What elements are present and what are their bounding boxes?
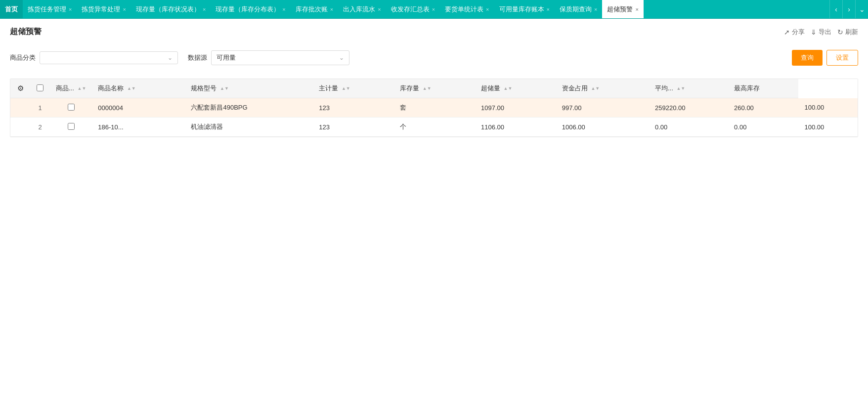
close-icon[interactable]: × xyxy=(203,6,206,12)
nav-tab-chaochu-yujing[interactable]: 超储预警 × xyxy=(602,0,643,18)
row-spec: 123 xyxy=(313,118,394,137)
nav-tab-jianhuo-yichang[interactable]: 拣货异常处理 × xyxy=(77,0,130,18)
row-stock: 1097.00 xyxy=(475,98,556,118)
row-capital: 259220.00 xyxy=(649,98,728,118)
table-row: 2 186-10... 机油滤清器 123 个 1106.00 1006.00 … xyxy=(10,118,858,137)
nav-tab-kucun-pizhang[interactable]: 库存批次账 × xyxy=(291,0,338,18)
close-icon[interactable]: × xyxy=(635,6,638,12)
nav-tab-jianhuo-renwu[interactable]: 拣货任务管理 × xyxy=(23,0,77,18)
close-icon[interactable]: × xyxy=(432,6,435,12)
nav-tab-churuku-liushui[interactable]: 出入库流水 × xyxy=(338,0,386,18)
row-overflow: 1006.00 xyxy=(556,118,649,137)
nav-tab-yaohuo-tongji[interactable]: 要货单统计表 × xyxy=(440,0,494,18)
sort-icon: ▲▼ xyxy=(77,86,86,91)
sort-icon: ▲▼ xyxy=(676,86,685,91)
row-number: 2 xyxy=(30,118,50,137)
nav-home[interactable]: 首页 xyxy=(0,0,23,18)
close-icon[interactable]: × xyxy=(123,6,126,12)
row-max-stock: 100.00 xyxy=(798,118,858,137)
page-title: 超储预警 xyxy=(10,27,42,37)
category-filter-group: 商品分类 ⌄ xyxy=(10,51,178,64)
set-button[interactable]: 设置 xyxy=(826,50,858,66)
nav-tab-xiancunliang-fenbiao[interactable]: 现存量（库存分布表） × xyxy=(211,0,290,18)
table-header-stock[interactable]: 库存量 ▲▼ xyxy=(394,79,475,98)
row-avg: 0.00 xyxy=(728,118,798,137)
filter-area: 商品分类 ⌄ 数据源 可用量 ⌄ 查询 设置 xyxy=(10,45,858,71)
chevron-down-icon: ⌄ xyxy=(339,54,344,61)
datasource-select-value: 可用量 xyxy=(217,53,236,62)
share-button[interactable]: ➚ 分享 xyxy=(784,28,805,37)
close-icon[interactable]: × xyxy=(486,6,489,12)
table-header-unit[interactable]: 主计量 ▲▼ xyxy=(313,79,394,98)
nav-tab-xiancunliang-zhuangkuang[interactable]: 现存量（库存状况表） × xyxy=(131,0,211,18)
close-icon[interactable]: × xyxy=(547,6,550,12)
nav-arrows: ‹ › ⌄ xyxy=(829,0,868,18)
row-product-name: 六配套新昌490BPG xyxy=(185,98,313,118)
gear-icon[interactable]: ⚙ xyxy=(17,84,24,92)
category-label: 商品分类 xyxy=(10,53,36,62)
sort-icon: ▲▼ xyxy=(220,86,229,91)
row-unit: 套 xyxy=(394,98,475,118)
nav-tab-keyongliang[interactable]: 可用量库存账本 × xyxy=(494,0,555,18)
table-header-product-code[interactable]: 商品... ▲▼ xyxy=(50,79,92,98)
close-icon[interactable]: × xyxy=(594,6,597,12)
row-gear-cell xyxy=(10,118,30,137)
datasource-label: 数据源 xyxy=(188,53,207,62)
row-spec: 123 xyxy=(313,98,394,118)
refresh-icon: ↻ xyxy=(837,28,843,36)
sort-icon: ▲▼ xyxy=(423,86,432,91)
close-icon[interactable]: × xyxy=(282,6,285,12)
top-navigation: 首页 拣货任务管理 × 拣货异常处理 × 现存量（库存状况表） × 现存量（库存… xyxy=(0,0,868,19)
category-select[interactable]: ⌄ xyxy=(40,51,178,64)
nav-next-button[interactable]: › xyxy=(842,0,855,18)
refresh-button[interactable]: ↻ 刷新 xyxy=(837,28,858,37)
close-icon[interactable]: × xyxy=(69,6,72,12)
row-overflow: 997.00 xyxy=(556,98,649,118)
nav-tab-baozhiqi[interactable]: 保质期查询 × xyxy=(555,0,602,18)
data-table: ⚙ 商品... ▲▼ 商品名称 ▲▼ 规格型号 ▲▼ xyxy=(10,79,858,137)
row-unit: 个 xyxy=(394,118,475,137)
table-row: 1 0000004 六配套新昌490BPG 123 套 1097.00 997.… xyxy=(10,98,858,118)
close-icon[interactable]: × xyxy=(378,6,381,12)
row-avg: 260.00 xyxy=(728,98,798,118)
table-header-overflow[interactable]: 超储量 ▲▼ xyxy=(475,79,556,98)
nav-menu-button[interactable]: ⌄ xyxy=(855,0,868,18)
table-header-avg[interactable]: 平均... ▲▼ xyxy=(649,79,728,98)
query-button[interactable]: 查询 xyxy=(792,50,823,66)
row-product-name: 机油滤清器 xyxy=(185,118,313,137)
export-button[interactable]: ⇓ 导出 xyxy=(811,28,831,37)
row-checkbox-cell[interactable] xyxy=(50,118,92,137)
row-capital: 0.00 xyxy=(649,118,728,137)
sort-icon: ▲▼ xyxy=(504,86,513,91)
table-header-capital[interactable]: 资金占用 ▲▼ xyxy=(556,79,649,98)
nav-tab-shoufacun-huizong[interactable]: 收发存汇总表 × xyxy=(386,0,440,18)
share-icon: ➚ xyxy=(784,28,790,36)
nav-prev-button[interactable]: ‹ xyxy=(829,0,842,18)
data-table-wrapper: ⚙ 商品... ▲▼ 商品名称 ▲▼ 规格型号 ▲▼ xyxy=(10,79,858,137)
table-header-checkbox[interactable] xyxy=(30,79,50,98)
header-actions: ➚ 分享 ⇓ 导出 ↻ 刷新 xyxy=(784,28,858,37)
close-icon[interactable]: × xyxy=(330,6,333,12)
page-container: 超储预警 ➚ 分享 ⇓ 导出 ↻ 刷新 商品分类 ⌄ 数据源 xyxy=(0,19,868,395)
table-header-gear[interactable]: ⚙ xyxy=(10,79,30,98)
row-product-code: 0000004 xyxy=(92,98,185,118)
sort-icon: ▲▼ xyxy=(342,86,350,91)
sort-icon: ▲▼ xyxy=(127,86,136,91)
row-max-stock: 100.00 xyxy=(798,98,858,118)
row-gear-cell xyxy=(10,98,30,118)
filter-action-buttons: 查询 设置 xyxy=(792,50,858,66)
table-header-spec[interactable]: 规格型号 ▲▼ xyxy=(185,79,313,98)
table-header-row: ⚙ 商品... ▲▼ 商品名称 ▲▼ 规格型号 ▲▼ xyxy=(10,79,858,98)
row-checkbox[interactable] xyxy=(68,104,75,111)
page-header: 超储预警 ➚ 分享 ⇓ 导出 ↻ 刷新 xyxy=(10,27,858,37)
row-product-code: 186-10... xyxy=(92,118,185,137)
chevron-down-icon: ⌄ xyxy=(168,54,173,61)
table-header-product-name[interactable]: 商品名称 ▲▼ xyxy=(92,79,185,98)
sort-icon: ▲▼ xyxy=(591,86,600,91)
datasource-select[interactable]: 可用量 ⌄ xyxy=(211,50,349,65)
select-all-checkbox[interactable] xyxy=(37,84,43,91)
row-checkbox-cell[interactable] xyxy=(50,98,92,118)
row-checkbox[interactable] xyxy=(68,123,75,130)
row-stock: 1106.00 xyxy=(475,118,556,137)
table-header-max-stock[interactable]: 最高库存 xyxy=(728,79,798,98)
